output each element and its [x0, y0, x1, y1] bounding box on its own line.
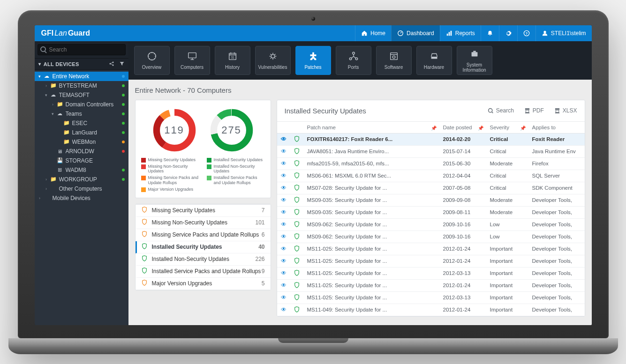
- tile-history[interactable]: 31History: [215, 46, 250, 75]
- cell-severity: Critical: [486, 145, 528, 157]
- nav-home[interactable]: Home: [355, 25, 391, 41]
- tree-node[interactable]: ›📁Domain Controllers: [35, 100, 128, 109]
- eye-icon[interactable]: 👁: [281, 282, 287, 289]
- tree-node[interactable]: ›📁BYTESTREAM: [35, 81, 128, 90]
- shield-icon: [142, 255, 148, 263]
- col-name[interactable]: Patch name📌: [303, 122, 439, 134]
- tile-patches[interactable]: Patches: [295, 46, 331, 75]
- cell-applies: Developer Tools,: [528, 304, 585, 316]
- status-dot: [122, 178, 125, 181]
- tree-node[interactable]: ›Other Computers: [35, 184, 128, 193]
- nav-help[interactable]: ?: [517, 25, 535, 41]
- table-row[interactable]: 👁MS09-062: Security Update for ...2009-1…: [277, 218, 585, 230]
- nav-dashboard[interactable]: Dashboard: [391, 25, 440, 41]
- tile-hardware[interactable]: Hardware: [416, 46, 452, 75]
- folder-icon: 📁: [50, 82, 57, 89]
- category-item[interactable]: Installed Service Packs and Update Rollu…: [136, 266, 271, 278]
- eye-icon[interactable]: 👁: [281, 233, 287, 240]
- eye-icon[interactable]: 👁: [281, 209, 287, 215]
- col-sev[interactable]: Severity📌: [486, 122, 528, 134]
- col-app[interactable]: Applies to: [528, 122, 585, 134]
- filter-icon[interactable]: [119, 61, 125, 67]
- table-row[interactable]: 👁FOXITR6140217: Foxit Reader 6...2014-02…: [277, 133, 585, 145]
- status-dot: [122, 84, 125, 87]
- status-dot: [122, 169, 125, 171]
- tree-node[interactable]: ›📁WORKGROUP: [35, 175, 128, 184]
- table-row[interactable]: 👁MS11-025: Security Update for ...2012-0…: [277, 291, 585, 304]
- tree-label: Domain Controllers: [66, 101, 120, 108]
- eye-icon[interactable]: 👁: [281, 185, 287, 191]
- tree-node[interactable]: ▾☁Teams: [35, 109, 128, 119]
- table-row[interactable]: 👁MS11-025: Security Update for ...2012-0…: [277, 243, 585, 255]
- category-item[interactable]: Missing Security Updates7: [136, 205, 271, 217]
- table-row[interactable]: 👁MS11-025: Security Update for ...2012-0…: [277, 267, 585, 279]
- nav-user[interactable]: STELI1\stelim: [535, 25, 592, 41]
- shield-icon: [290, 133, 303, 145]
- eye-icon[interactable]: 👁: [281, 197, 287, 203]
- caret-icon: ▾: [38, 74, 42, 79]
- category-item[interactable]: Missing Service Packs and Update Rollups…: [136, 229, 271, 241]
- col-date[interactable]: Date posted📌: [439, 122, 486, 134]
- table-row[interactable]: 👁MS09-035: Security Update for ...2009-0…: [277, 194, 585, 206]
- eye-icon[interactable]: 👁: [281, 245, 287, 252]
- legend-item: Missing Non-Security Updates: [141, 164, 199, 174]
- tile-software[interactable]: Software: [376, 46, 412, 75]
- eye-icon[interactable]: 👁: [281, 306, 287, 313]
- bell-icon: [487, 30, 493, 37]
- tile-label: Computers: [181, 65, 204, 70]
- table-row[interactable]: 👁MS09-035: Security Update for ...2009-0…: [277, 206, 585, 218]
- missing-count: 119: [151, 107, 198, 154]
- table-row[interactable]: 👁MS09-062: Security Update for ...2009-1…: [277, 230, 585, 243]
- table-row[interactable]: 👁JAVA8051: Java Runtime Enviro...2015-07…: [277, 145, 585, 157]
- nav-reports[interactable]: Reports: [440, 25, 481, 41]
- category-label: Installed Service Packs and Update Rollu…: [152, 268, 261, 275]
- table-row[interactable]: 👁MS11-025: Security Update for ...2012-0…: [277, 255, 585, 267]
- category-item[interactable]: Installed Security Updates40: [136, 241, 271, 253]
- tree-label: LanGuard: [72, 129, 120, 136]
- export-xlsx[interactable]: XLSX: [554, 107, 577, 114]
- legend-item: Missing Service Packs and Update Rollups: [141, 175, 199, 186]
- eye-icon[interactable]: 👁: [281, 294, 287, 301]
- sidebar-all-devices[interactable]: ▾ ALL DEVICES: [35, 58, 128, 70]
- table-row[interactable]: 👁MS07-028: Security Update for ...2007-0…: [277, 182, 585, 194]
- nav-settings[interactable]: [499, 25, 517, 41]
- tile-computers[interactable]: Computers: [174, 46, 210, 75]
- tile-sysinfo[interactable]: System Information: [457, 46, 492, 75]
- category-item[interactable]: Installed Non-Security Updates226: [136, 253, 271, 266]
- tree-node[interactable]: ⊞WADM8: [35, 165, 128, 175]
- tree-node[interactable]: ▾☁TEMASOFT: [35, 90, 128, 100]
- tree-node[interactable]: 📁WEBMon: [35, 137, 128, 147]
- nav-alerts[interactable]: [481, 25, 499, 41]
- eye-icon[interactable]: 👁: [281, 221, 287, 228]
- table-row[interactable]: 👁mfsa2015-59, mfsa2015-60, mfs...2015-06…: [277, 157, 585, 170]
- share-icon[interactable]: [109, 61, 114, 67]
- table-row[interactable]: 👁MS06-061: MSXML 6.0 RTM Sec...2012-04-0…: [277, 170, 585, 182]
- table-row[interactable]: 👁MS11-025: Security Update for ...2012-0…: [277, 279, 585, 291]
- status-dot: [122, 103, 125, 106]
- shield-icon: [290, 304, 303, 316]
- tile-ports[interactable]: Ports: [336, 46, 371, 75]
- export-pdf[interactable]: PDF: [524, 107, 544, 114]
- cell-severity: Moderate: [486, 157, 528, 170]
- eye-icon[interactable]: 👁: [281, 270, 287, 276]
- tile-overview[interactable]: Overview: [134, 46, 170, 75]
- eye-icon[interactable]: 👁: [281, 136, 287, 142]
- category-item[interactable]: Missing Non-Security Updates101: [136, 217, 271, 229]
- cell-name: FOXITR6140217: Foxit Reader 6...: [303, 133, 439, 145]
- eye-icon[interactable]: 👁: [281, 160, 287, 167]
- tile-vulnerabilities[interactable]: Vulnerabilities: [255, 46, 291, 75]
- tree-node[interactable]: ›Mobile Devices: [35, 193, 128, 203]
- table-search[interactable]: Search: [488, 107, 514, 114]
- eye-icon[interactable]: 👁: [281, 148, 287, 155]
- tree-node[interactable]: 📁ESEC: [35, 119, 128, 128]
- tree-node[interactable]: 📁LanGuard: [35, 128, 128, 137]
- eye-icon[interactable]: 👁: [281, 258, 287, 264]
- search-input[interactable]: [38, 44, 126, 55]
- tree-node[interactable]: ▾☁Entire Network: [35, 72, 128, 81]
- category-item[interactable]: Major Version Upgrades5: [136, 278, 271, 290]
- cell-name: MS11-025: Security Update for ...: [303, 267, 439, 279]
- tree-node[interactable]: 💾STORAGE: [35, 156, 128, 165]
- eye-icon[interactable]: 👁: [281, 172, 287, 179]
- tree-node[interactable]: 🖥ARNOLDW: [35, 147, 128, 156]
- table-row[interactable]: 👁MS11-049: Security Update for ...2012-0…: [277, 304, 585, 316]
